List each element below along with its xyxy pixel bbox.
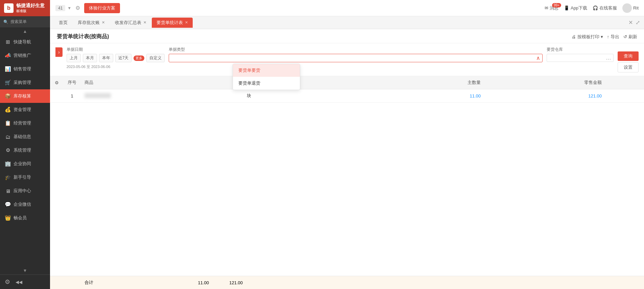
filter-warehouse-group: 要货仓库 … <box>547 47 614 62</box>
topbar-message[interactable]: ✉ 消息 99+ <box>545 5 558 11</box>
footer-settings-icon[interactable]: ⚙ <box>5 278 10 286</box>
total-amount: 121.00 <box>209 280 243 285</box>
tab-order-summary-close[interactable]: ✕ <box>185 20 188 25</box>
amount-link[interactable]: 121.00 <box>588 93 602 98</box>
query-btn[interactable]: 查询 <box>618 51 639 61</box>
table-wrap: ⚙ 序号 商品 主计量单位 主数量 零售金额 1 <box>50 76 644 276</box>
sidebar-item-label: 资金管理 <box>14 107 31 113</box>
filter-date-this-month[interactable]: 本月 <box>83 54 97 62</box>
sidebar-item-inventory[interactable]: 📦 库存核算 <box>0 89 50 103</box>
topbar-user[interactable]: Rit <box>622 3 639 13</box>
filter-date-group: 单据日期 上月 本月 本年 近7天 更多 自定义 2023-05-06 至 20… <box>67 47 165 69</box>
table-row: 1 商品名称XXX 块 11.00 121.00 <box>50 89 644 103</box>
refresh-action[interactable]: ↺ 刷新 <box>623 34 637 40</box>
sidebar-item-marketing[interactable]: 📣 营销推广 <box>0 49 50 62</box>
sidebar-item-wechat[interactable]: 💬 企业微信 <box>0 198 50 211</box>
sidebar-item-enterprise[interactable]: 🏢 企业协同 <box>0 157 50 171</box>
filter-bar: › 单据日期 上月 本月 本年 近7天 更多 自定义 2023-05-06 至 … <box>50 43 644 76</box>
app-download-label: App下载 <box>571 5 587 11</box>
scroll-down-btn[interactable]: ▼ <box>0 267 50 274</box>
filter-date-this-year[interactable]: 本年 <box>99 54 113 62</box>
export-action[interactable]: ↑ 导出 <box>607 34 620 40</box>
tab-receivable-close[interactable]: ✕ <box>143 20 146 25</box>
filter-expand-btn[interactable]: › <box>55 47 63 57</box>
th-settings[interactable]: ⚙ <box>50 76 64 89</box>
sidebar-item-basic[interactable]: 🗂 基础信息 <box>0 130 50 143</box>
sidebar-item-finance[interactable]: 💰 资金管理 <box>0 103 50 116</box>
filter-more-badge[interactable]: 更多 <box>134 55 144 61</box>
settings-btn[interactable]: 设置 <box>618 62 639 72</box>
dropdown-item-label: 要货单要货 <box>238 68 260 73</box>
tabs-expand: ✕ ⤢ <box>628 19 640 26</box>
filter-date-label: 单据日期 <box>67 47 165 52</box>
tab-close-all-icon[interactable]: ✕ <box>628 19 633 26</box>
inventory-icon: 📦 <box>5 93 11 99</box>
sidebar-item-label: 采购管理 <box>14 80 31 86</box>
quantity-link[interactable]: 11.00 <box>470 93 481 98</box>
sidebar-item-purchase[interactable]: 🛒 采购管理 <box>0 76 50 89</box>
message-badge: 99+ <box>552 3 561 7</box>
page-content: 要货单统计表(按商品) 🖨 按模板打印 ▾ ↑ 导出 ↺ 刷新 › <box>50 29 644 289</box>
scroll-up-btn[interactable]: ▲ <box>0 27 50 35</box>
td-amount[interactable]: 121.00 <box>485 89 606 103</box>
sidebar-footer: ⚙ ◀◀ <box>0 274 50 289</box>
sidebar-item-guide[interactable]: 🎓 新手引导 <box>0 171 50 184</box>
sidebar-item-operations[interactable]: 📋 经营管理 <box>0 116 50 130</box>
tab-inventory-batch-label: 库存批次账 <box>78 20 100 26</box>
dropdown-item-order-goods[interactable]: 要货单要货 <box>233 64 300 77</box>
topbar-app-download[interactable]: 📱 App下载 <box>564 5 587 11</box>
page-header: 要货单统计表(按商品) 🖨 按模板打印 ▾ ↑ 导出 ↺ 刷新 <box>50 29 644 43</box>
filter-type-input[interactable] <box>171 55 536 61</box>
td-quantity[interactable]: 11.00 <box>384 89 485 103</box>
quick-nav-icon: ⊞ <box>5 39 11 45</box>
filter-date-custom[interactable]: 自定义 <box>146 54 165 62</box>
export-icon: ↑ <box>607 34 610 39</box>
total-quantity: 11.00 <box>175 280 209 285</box>
tab-receivable[interactable]: 收发存汇总表 ✕ <box>110 18 151 28</box>
tab-home[interactable]: 首页 <box>54 18 72 28</box>
sidebar-item-member[interactable]: 👑 畅会员 <box>0 211 50 225</box>
purchase-icon: 🛒 <box>5 80 11 86</box>
member-icon: 👑 <box>5 215 11 221</box>
sidebar-item-label: 快捷导航 <box>14 39 31 45</box>
dropdown-item-label: 要货单退货 <box>238 81 260 86</box>
sidebar-item-label: 库存核算 <box>14 93 31 99</box>
page-title: 要货单统计表(按商品) <box>57 33 109 40</box>
filter-date-7days[interactable]: 近7天 <box>115 54 132 62</box>
footer-collapse-icon[interactable]: ◀◀ <box>16 280 22 285</box>
tab-inventory-batch[interactable]: 库存批次账 ✕ <box>73 18 110 28</box>
filter-warehouse-label: 要货仓库 <box>547 47 614 52</box>
filter-type-input-wrap: ∧ <box>169 54 543 62</box>
filter-type-clear-icon[interactable]: ∧ <box>536 55 540 61</box>
filter-warehouse-more-icon[interactable]: … <box>606 55 611 61</box>
sidebar-item-label: 系统管理 <box>14 147 31 153</box>
sidebar-item-quick-nav[interactable]: ⊞ 快捷导航 <box>0 35 50 49</box>
tab-inventory-batch-close[interactable]: ✕ <box>102 20 105 25</box>
sidebar-item-sales[interactable]: 📊 销售管理 <box>0 62 50 76</box>
sidebar-item-apps[interactable]: 🖥 应用中心 <box>0 184 50 198</box>
print-icon: 🖨 <box>572 34 576 39</box>
enterprise-icon: 🏢 <box>5 161 11 167</box>
filter-warehouse-input[interactable] <box>549 55 606 61</box>
tab-expand-icon[interactable]: ⤢ <box>636 19 640 26</box>
sales-icon: 📊 <box>5 66 11 72</box>
sidebar-search[interactable]: 🔍 搜索菜单 <box>0 16 50 27</box>
topbar-number: 41 <box>55 5 65 11</box>
dropdown-item-order-return[interactable]: 要货单退货 <box>233 77 300 90</box>
sidebar-item-label: 经营管理 <box>14 120 31 126</box>
print-template-action[interactable]: 🖨 按模板打印 ▾ <box>572 34 603 40</box>
filter-date-range: 2023-05-06 至 2023-06-06 <box>67 64 165 69</box>
tab-order-summary[interactable]: 要货单统计表 ✕ <box>152 18 193 28</box>
filter-date-prev-month[interactable]: 上月 <box>67 54 81 62</box>
topbar-online-service[interactable]: 🎧 在线客服 <box>593 5 617 11</box>
topbar-settings-icon[interactable]: ⚙ <box>75 5 80 11</box>
sidebar-item-label: 企业微信 <box>14 201 31 207</box>
trial-btn[interactable]: 体验行业方案 <box>84 3 120 13</box>
search-icon: 🔍 <box>3 20 8 24</box>
tab-home-label: 首页 <box>59 20 68 26</box>
sidebar-item-system[interactable]: ⚙ 系统管理 <box>0 143 50 157</box>
th-spacer <box>606 76 644 89</box>
td-spacer <box>606 89 644 103</box>
sidebar-item-label: 新手引导 <box>14 174 31 180</box>
app-name: 畅捷通好生意 <box>16 3 45 9</box>
